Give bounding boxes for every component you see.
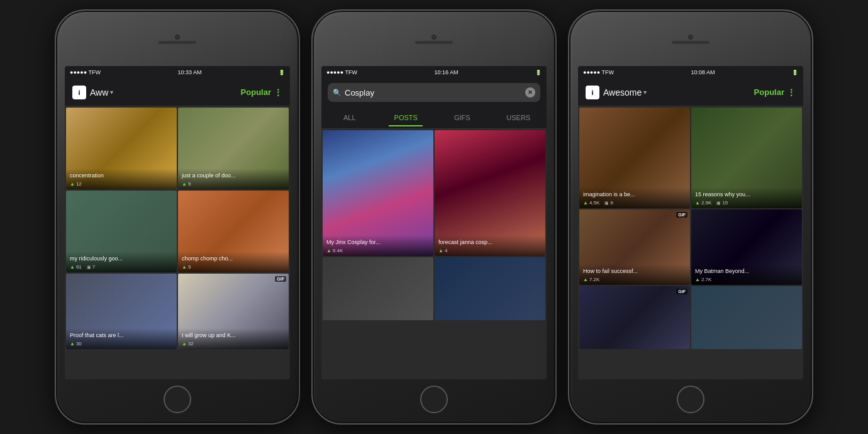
upvote-count: 9	[188, 181, 191, 187]
comment-icon: ▣	[87, 265, 91, 270]
menu-dots-icon[interactable]: ⋮	[274, 87, 282, 97]
post-card-landscape[interactable]: GIF How to fail successf... ▲ 7.2K	[579, 209, 690, 285]
status-bar-2: ●●●●● TFW 10:16 AM 🔋	[321, 66, 547, 79]
post-overlay: my ridiculously goo... ▲ 61 ▣ 7	[66, 252, 177, 272]
post-card-cosplay2[interactable]	[435, 257, 545, 320]
post-title: chomp chomp cho...	[182, 255, 285, 262]
upvote-stat: ▲ 12	[70, 181, 82, 187]
post-card-cats[interactable]: Proof that cats are l... ▲ 30	[66, 274, 177, 349]
upvote-count: 6.4K	[333, 248, 343, 253]
search-icon: 🔍	[333, 89, 342, 97]
header-left-1: i Aww ▾	[72, 86, 113, 99]
post-card-doo[interactable]: just a couple of doo... ▲ 9	[178, 108, 289, 189]
clear-search-button[interactable]: ✕	[525, 87, 535, 97]
upvote-icon: ▲	[70, 181, 75, 187]
search-bar[interactable]: 🔍 Cosplay ✕	[328, 83, 540, 102]
phone-screen-3: ●●●●● TFW 10:08 AM 🔋 i Awesome ▾ Popular…	[578, 66, 803, 379]
speaker-3	[672, 41, 709, 44]
post-stats: ▲ 9	[182, 181, 285, 187]
post-card-jinx[interactable]: My Jinx Cosplay for... ▲ 6.4K	[323, 130, 433, 256]
upvote-stat: ▲ 2.7K	[695, 277, 711, 282]
tab-gifs[interactable]: GIFS	[434, 109, 491, 126]
phone-screen-1: ●●●●● TFW 10:33 AM 🔋 i Aww ▾ Popular ⋮	[65, 66, 290, 379]
post-overlay: just a couple of doo... ▲ 9	[178, 169, 289, 189]
comment-stat: ▣ 7	[87, 264, 95, 270]
tab-posts[interactable]: POSTS	[378, 109, 435, 126]
upvote-icon: ▲	[326, 248, 331, 253]
post-grid-1: concentration ▲ 12 just a couple of doo.…	[65, 106, 290, 350]
community-name-3[interactable]: Awesome ▾	[603, 87, 647, 97]
upvote-count: 4.5K	[589, 200, 599, 206]
camera-2	[431, 35, 437, 40]
post-card-person[interactable]	[691, 286, 802, 349]
post-stats: ▲ 30	[70, 341, 173, 347]
menu-dots-icon-3[interactable]: ⋮	[787, 87, 796, 97]
post-title: How to fail successf...	[583, 268, 686, 275]
post-image	[579, 286, 690, 349]
carrier-1: ●●●●● TFW	[70, 69, 101, 75]
search-query-text: Cosplay	[345, 88, 522, 97]
imzy-icon-3[interactable]: i	[586, 86, 599, 99]
tab-users[interactable]: USERS	[491, 109, 547, 126]
comment-count: 15	[722, 200, 728, 206]
post-card-panda[interactable]: GIF I will grow up and K... ▲ 32	[178, 274, 289, 349]
status-bar-3: ●●●●● TFW 10:08 AM 🔋	[578, 66, 803, 79]
comment-stat: ▣ 15	[716, 200, 728, 206]
sort-button-3[interactable]: Popular ⋮	[754, 87, 796, 97]
search-tabs: ALL POSTS GIFS USERS	[321, 106, 547, 129]
upvote-icon: ▲	[70, 264, 75, 270]
status-bar-1: ●●●●● TFW 10:33 AM 🔋	[65, 66, 290, 79]
sort-button-1[interactable]: Popular ⋮	[241, 87, 282, 97]
comment-stat: ▣ 6	[604, 200, 613, 206]
post-stats: ▲ 7.2K	[583, 277, 686, 282]
post-card-bears[interactable]: 15 reasons why you... ▲ 2.9K ▣ 15	[691, 108, 802, 208]
upvote-stat: ▲ 9	[182, 264, 191, 270]
post-card-concentration[interactable]: concentration ▲ 12	[66, 108, 177, 189]
post-image	[435, 257, 545, 320]
post-card-group[interactable]	[323, 257, 433, 320]
post-grid-2: My Jinx Cosplay for... ▲ 6.4K forecast j…	[321, 129, 547, 321]
comment-count: 7	[92, 264, 95, 270]
gif-badge: GIF	[676, 212, 687, 218]
post-title: My Jinx Cosplay for...	[326, 239, 430, 246]
upvote-count: 61	[76, 264, 82, 270]
upvote-icon: ▲	[182, 181, 187, 187]
upvote-stat: ▲ 30	[70, 341, 82, 347]
time-1: 10:33 AM	[177, 69, 201, 75]
post-stats: ▲ 9	[182, 264, 285, 270]
phone-awesome: ●●●●● TFW 10:08 AM 🔋 i Awesome ▾ Popular…	[568, 9, 813, 425]
upvote-stat: ▲ 7.2K	[583, 277, 599, 282]
post-title: 15 reasons why you...	[695, 191, 798, 198]
upvote-stat: ▲ 32	[182, 341, 194, 347]
post-card-chomp[interactable]: chomp chomp cho... ▲ 9	[178, 191, 289, 272]
post-stats: ▲ 32	[182, 341, 285, 347]
home-button-2[interactable]	[420, 386, 448, 413]
post-card-warrior[interactable]: imagination is a be... ▲ 4.5K ▣ 6	[579, 108, 690, 208]
upvote-stat: ▲ 2.9K	[695, 200, 711, 206]
post-card-ridiculously[interactable]: my ridiculously goo... ▲ 61 ▣ 7	[66, 191, 177, 272]
home-button-3[interactable]	[677, 386, 704, 413]
community-name-1[interactable]: Aww ▾	[90, 87, 113, 97]
post-overlay: 15 reasons why you... ▲ 2.9K ▣ 15	[691, 187, 802, 208]
home-button-1[interactable]	[164, 386, 191, 413]
content-area-2: My Jinx Cosplay for... ▲ 6.4K forecast j…	[321, 129, 547, 379]
upvote-count: 32	[188, 341, 194, 347]
upvote-icon: ▲	[695, 200, 700, 206]
header-left-3: i Awesome ▾	[586, 86, 647, 99]
upvote-count: 7.2K	[589, 277, 599, 282]
upvote-icon: ▲	[182, 264, 187, 270]
battery-1: 🔋	[279, 70, 285, 75]
upvote-icon: ▲	[583, 277, 588, 282]
upvote-count: 9	[188, 264, 191, 270]
imzy-icon-1[interactable]: i	[72, 86, 86, 99]
battery-3: 🔋	[792, 70, 798, 75]
gif-badge: GIF	[275, 276, 286, 282]
post-stats: ▲ 4	[438, 248, 542, 253]
comment-icon: ▣	[716, 201, 721, 206]
post-card-batman[interactable]: My Batman Beyond... ▲ 2.7K	[691, 209, 802, 285]
post-title: concentration	[70, 172, 173, 179]
post-card-alien[interactable]: GIF	[579, 286, 690, 349]
tab-all[interactable]: ALL	[321, 109, 378, 126]
post-card-janna[interactable]: forecast janna cosp... ▲ 4	[435, 130, 545, 256]
upvote-count: 30	[76, 341, 82, 347]
